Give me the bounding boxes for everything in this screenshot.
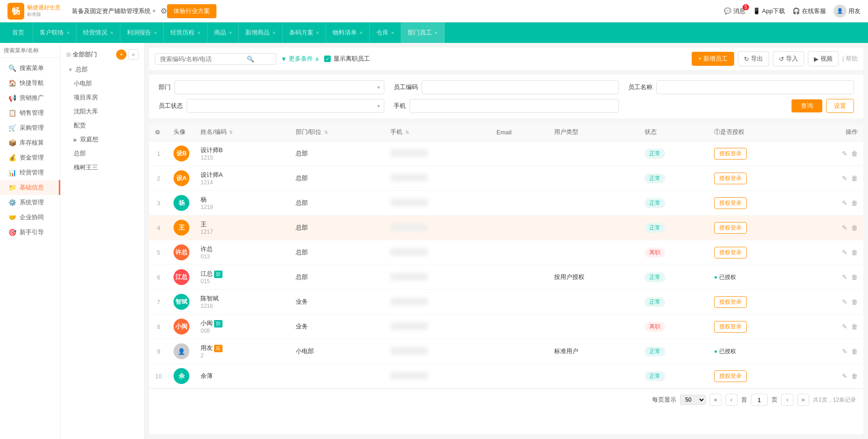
search-input[interactable] (160, 56, 244, 63)
edit-icon[interactable]: ✎ (842, 199, 847, 207)
delete-icon[interactable]: 🗑 (851, 298, 858, 306)
edit-icon[interactable]: ✎ (842, 249, 847, 256)
tab-dept-employee-close[interactable]: × (435, 30, 437, 35)
tab-warehouse[interactable]: 仓库 × (370, 22, 401, 43)
auth-login-btn[interactable]: 授权登录 (714, 148, 747, 160)
auth-login-btn[interactable]: 授权登录 (714, 321, 747, 333)
tab-home[interactable]: 首页 (4, 22, 33, 43)
dept-item-shenyang[interactable]: 沈阳大库 (61, 105, 144, 118)
last-page-btn[interactable]: » (797, 394, 809, 406)
filter-name-input[interactable] (656, 80, 854, 94)
tab-warehouse-close[interactable]: × (391, 30, 394, 35)
sidebar-item-guide[interactable]: 🎯 新手引导 (0, 225, 60, 240)
edit-icon[interactable]: ✎ (842, 298, 847, 306)
edit-icon[interactable]: ✎ (842, 150, 847, 157)
delete-icon[interactable]: 🗑 (851, 323, 858, 330)
edit-icon[interactable]: ✎ (842, 174, 847, 182)
edit-icon[interactable]: ✎ (842, 273, 847, 281)
delete-icon[interactable]: 🗑 (851, 273, 858, 281)
delete-icon[interactable]: 🗑 (851, 174, 858, 182)
msg-icon-item[interactable]: 💬 消息 5 (724, 7, 745, 15)
dept-item-project-storage[interactable]: 项目库房 (61, 91, 144, 105)
filter-phone-input[interactable] (410, 99, 619, 113)
tab-profit-close[interactable]: × (154, 30, 157, 35)
tab-journey-close[interactable]: × (197, 30, 200, 35)
tab-product[interactable]: 商品 × (208, 22, 239, 43)
add-employee-btn[interactable]: + 新增员工 (692, 52, 734, 66)
tab-journey[interactable]: 经营历程 × (164, 22, 207, 43)
search-icon[interactable]: 🔍 (247, 56, 254, 63)
filter-code-input[interactable] (422, 80, 619, 94)
sidebar-item-finance[interactable]: 💰 资金管理 (0, 150, 60, 165)
show-resigned-checkbox[interactable]: ✓ (324, 56, 331, 62)
sidebar-item-system[interactable]: ⚙️ 系统管理 (0, 195, 60, 210)
show-resigned-wrap[interactable]: ✓ 显示离职员工 (324, 55, 370, 63)
tab-product-close[interactable]: × (229, 30, 232, 35)
dept-collapse-btn[interactable]: « (128, 49, 139, 60)
delete-icon[interactable]: 🗑 (851, 199, 858, 207)
filter-dept-select[interactable]: ▾ (174, 80, 384, 94)
delete-icon[interactable]: 🗑 (851, 348, 858, 355)
tab-dept-employee[interactable]: 部门员工 × (401, 22, 444, 43)
dept-add-btn[interactable]: + (116, 49, 126, 60)
tab-profit[interactable]: 利润报告 × (120, 22, 164, 43)
export-btn[interactable]: ↻ 导出 (738, 51, 769, 66)
tab-operation-close[interactable]: × (110, 30, 113, 35)
prev-page-btn[interactable]: ‹ (725, 394, 737, 406)
auth-login-btn[interactable]: 授权登录 (714, 222, 747, 234)
sidebar-item-nav[interactable]: 🏠 快捷导航 (0, 76, 60, 91)
tab-new-product-close[interactable]: × (272, 30, 275, 35)
query-btn[interactable]: 查询 (792, 99, 822, 112)
dept-item-huaishu[interactable]: 槐树王三 (61, 160, 144, 174)
user-item[interactable]: 👤 用友 (833, 5, 861, 18)
sidebar-item-purchase[interactable]: 🛒 采购管理 (0, 120, 60, 135)
sidebar-item-search[interactable]: 🔍 搜索菜单 (0, 61, 60, 76)
first-page-btn[interactable]: « (709, 394, 722, 406)
sidebar-item-collab[interactable]: 🤝 企业协同 (0, 210, 60, 225)
tab-operation[interactable]: 经营情况 × (76, 22, 120, 43)
page-size-select[interactable]: 50 100 (680, 395, 706, 405)
dept-item-distribution[interactable]: 配货 (61, 118, 144, 132)
settings-icon[interactable]: ⚙ (160, 7, 167, 15)
dept-item-small-elec[interactable]: 小电部 (61, 77, 144, 91)
auth-login-btn[interactable]: 授权登录 (714, 247, 747, 258)
tab-barcode-close[interactable]: × (316, 30, 319, 35)
edit-icon[interactable]: ✎ (842, 224, 847, 231)
delete-icon[interactable]: 🗑 (851, 372, 858, 380)
help-label[interactable]: | 帮助 (842, 55, 858, 63)
tab-barcode[interactable]: 条码方案 × (283, 22, 326, 43)
auth-login-btn[interactable]: 授权登录 (714, 370, 747, 382)
import-btn[interactable]: ↺ 导入 (773, 51, 804, 66)
sidebar-item-inventory[interactable]: 📦 库存核算 (0, 135, 60, 150)
sidebar-item-sales[interactable]: 📋 销售管理 (0, 105, 60, 120)
edit-icon[interactable]: ✎ (842, 348, 847, 355)
filter-btn[interactable]: ▼ 更多条件 ∧ (281, 55, 319, 63)
sort-dept-icon[interactable]: ⇅ (324, 130, 328, 135)
delete-icon[interactable]: 🗑 (851, 150, 858, 157)
auth-login-btn[interactable]: 授权登录 (714, 197, 747, 209)
edit-icon[interactable]: ✎ (842, 323, 847, 330)
auth-login-btn[interactable]: 授权登录 (714, 296, 747, 308)
sort-phone-icon[interactable]: ⇅ (405, 130, 409, 135)
video-btn[interactable]: ▶ 视频 (808, 51, 839, 66)
delete-icon[interactable]: 🗑 (851, 224, 858, 231)
dept-item-general[interactable]: 总部 (61, 146, 144, 160)
next-page-btn[interactable]: › (781, 394, 793, 406)
page-number-input[interactable] (751, 394, 768, 406)
sidebar-item-marketing[interactable]: 📢 营销推广 (0, 91, 60, 105)
delete-icon[interactable]: 🗑 (851, 249, 858, 256)
sort-name-icon[interactable]: ⇅ (229, 130, 233, 135)
tab-customer-close[interactable]: × (67, 30, 69, 35)
online-service-item[interactable]: 🎧 在线客服 (792, 7, 826, 15)
filter-status-select[interactable]: ▾ (187, 99, 384, 113)
trial-button[interactable]: 体验行业方案 (167, 4, 216, 18)
auth-login-btn[interactable]: 授权登录 (714, 173, 747, 184)
edit-icon[interactable]: ✎ (842, 372, 847, 380)
sidebar-item-basic[interactable]: 📁 基础信息 (0, 180, 60, 195)
dept-item-headquarters-parent[interactable]: ▼ 总部 (61, 63, 144, 77)
settings-col-icon[interactable]: ⚙ (155, 129, 160, 136)
tab-customer[interactable]: 客户联络 × (33, 22, 76, 43)
tab-new-product[interactable]: 新增商品 × (239, 22, 282, 43)
system-title-dropdown[interactable]: ▾ (153, 7, 156, 14)
dept-item-shuangtingxiang[interactable]: ▶ 双庭想 (61, 132, 144, 146)
